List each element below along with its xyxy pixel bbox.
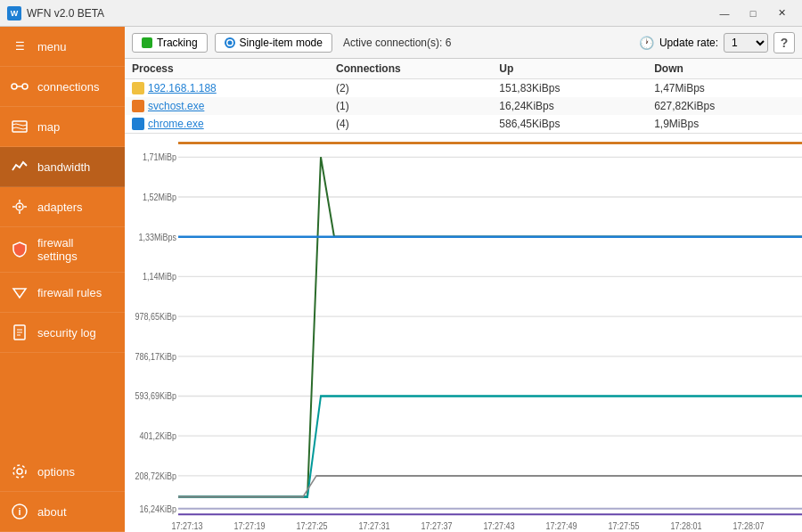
connections-cell: (4) bbox=[329, 115, 492, 133]
process-name-text[interactable]: svchost.exe bbox=[148, 100, 204, 112]
svg-text:17:27:37: 17:27:37 bbox=[421, 520, 453, 532]
security-log-icon bbox=[9, 322, 30, 343]
about-icon: i bbox=[9, 501, 30, 522]
tracking-button[interactable]: Tracking bbox=[132, 33, 208, 53]
sidebar-item-menu[interactable]: ☰ menu bbox=[0, 27, 125, 67]
sidebar-label-about: about bbox=[37, 505, 67, 519]
single-item-radio bbox=[225, 37, 235, 48]
svg-text:17:27:55: 17:27:55 bbox=[609, 520, 640, 532]
process-icon bbox=[132, 100, 144, 112]
process-cell: svchost.exe bbox=[125, 97, 329, 115]
svg-text:17:27:43: 17:27:43 bbox=[484, 520, 515, 532]
svg-marker-10 bbox=[13, 289, 26, 298]
down-cell: 1,47MiBps bbox=[647, 79, 802, 98]
sidebar-item-bandwidth[interactable]: bandwidth bbox=[0, 147, 125, 187]
content-area: Tracking Single-item mode Active connect… bbox=[125, 27, 802, 532]
chart-svg: 1,71MiBp 1,52MiBp 1,33MiBps 1,14MiBp 978… bbox=[125, 134, 802, 532]
sidebar-label-bandwidth: bandwidth bbox=[37, 160, 90, 174]
down-cell: 1,9MiBps bbox=[647, 115, 802, 133]
app-icon: W bbox=[7, 6, 21, 20]
update-rate-label: Update rate: bbox=[659, 37, 718, 49]
up-cell: 586,45KiBps bbox=[492, 115, 647, 133]
connections-icon bbox=[9, 76, 30, 97]
svg-point-15 bbox=[17, 469, 22, 474]
svg-point-0 bbox=[12, 84, 17, 89]
sidebar-label-firewall-settings: firewall settings bbox=[37, 236, 116, 263]
adapters-icon bbox=[9, 196, 30, 217]
svg-text:17:28:01: 17:28:01 bbox=[671, 520, 702, 532]
table-row[interactable]: chrome.exe (4) 586,45KiBps 1,9MiBps bbox=[125, 115, 802, 133]
connections-cell: (2) bbox=[329, 79, 492, 98]
sidebar-label-menu: menu bbox=[37, 40, 67, 53]
update-rate-select[interactable]: 1 2 5 bbox=[724, 33, 768, 53]
firewall-settings-icon bbox=[9, 239, 30, 260]
minimize-button[interactable]: — bbox=[711, 4, 738, 22]
table-row[interactable]: 192.168.1.188 (2) 151,83KiBps 1,47MiBps bbox=[125, 79, 802, 98]
svg-point-16 bbox=[13, 465, 26, 478]
process-cell: 192.168.1.188 bbox=[125, 79, 329, 98]
sidebar-item-security-log[interactable]: security log bbox=[0, 313, 125, 353]
sidebar-item-options[interactable]: options bbox=[0, 452, 125, 492]
help-button[interactable]: ? bbox=[773, 32, 795, 53]
menu-icon: ☰ bbox=[9, 36, 30, 57]
svg-text:1,33MiBps: 1,33MiBps bbox=[139, 230, 176, 242]
col-header-down: Down bbox=[647, 59, 802, 79]
tracking-dot bbox=[142, 37, 152, 48]
svg-text:786,17KiBp: 786,17KiBp bbox=[135, 349, 177, 362]
single-item-button[interactable]: Single-item mode bbox=[215, 33, 332, 53]
firewall-rules-icon bbox=[9, 282, 30, 303]
svg-rect-3 bbox=[12, 121, 27, 132]
svg-text:1,71MiBp: 1,71MiBp bbox=[143, 151, 176, 163]
up-cell: 16,24KiBps bbox=[492, 97, 647, 115]
svg-text:17:27:25: 17:27:25 bbox=[297, 520, 328, 532]
sidebar-spacer bbox=[0, 353, 125, 452]
connections-cell: (1) bbox=[329, 97, 492, 115]
process-name-text[interactable]: 192.168.1.188 bbox=[148, 82, 217, 94]
sidebar-item-firewall-settings[interactable]: firewall settings bbox=[0, 227, 125, 273]
svg-text:978,65KiBp: 978,65KiBp bbox=[135, 310, 177, 323]
bandwidth-icon bbox=[9, 156, 30, 177]
sidebar-item-about[interactable]: i about bbox=[0, 492, 125, 532]
sidebar-label-adapters: adapters bbox=[37, 201, 83, 214]
svg-text:17:27:31: 17:27:31 bbox=[359, 520, 390, 532]
svg-text:1,14MiBp: 1,14MiBp bbox=[143, 270, 176, 282]
sidebar-label-firewall-rules: firewall rules bbox=[37, 286, 102, 299]
sidebar-item-adapters[interactable]: adapters bbox=[0, 187, 125, 227]
sidebar-item-firewall-rules[interactable]: firewall rules bbox=[0, 273, 125, 313]
process-icon bbox=[132, 118, 144, 130]
svg-text:16,24KiBp: 16,24KiBp bbox=[140, 502, 177, 514]
sidebar-label-connections: connections bbox=[37, 80, 99, 94]
single-item-label: Single-item mode bbox=[240, 37, 323, 49]
toolbar: Tracking Single-item mode Active connect… bbox=[125, 27, 802, 59]
process-cell: chrome.exe bbox=[125, 115, 329, 133]
svg-text:i: i bbox=[18, 506, 20, 517]
clock-icon: 🕐 bbox=[639, 36, 654, 50]
map-icon bbox=[9, 116, 30, 137]
close-button[interactable]: ✕ bbox=[768, 4, 795, 22]
titlebar: W WFN v2.0 BETA — □ ✕ bbox=[0, 0, 802, 27]
process-icon bbox=[132, 82, 144, 94]
svg-text:1,52MiBp: 1,52MiBp bbox=[143, 191, 176, 203]
svg-text:17:27:19: 17:27:19 bbox=[234, 520, 266, 532]
main-container: ☰ menu connections map bbox=[0, 27, 802, 532]
tracking-label: Tracking bbox=[157, 37, 198, 49]
maximize-button[interactable]: □ bbox=[740, 4, 766, 22]
col-header-process: Process bbox=[125, 59, 329, 79]
sidebar-item-connections[interactable]: connections bbox=[0, 67, 125, 107]
col-header-up: Up bbox=[492, 59, 647, 79]
svg-text:17:27:13: 17:27:13 bbox=[172, 520, 203, 532]
sidebar-item-map[interactable]: map bbox=[0, 107, 125, 147]
svg-point-5 bbox=[19, 206, 21, 209]
svg-text:593,69KiBp: 593,69KiBp bbox=[135, 389, 177, 402]
bandwidth-chart: 1,71MiBp 1,52MiBp 1,33MiBps 1,14MiBp 978… bbox=[125, 134, 802, 532]
process-name-text[interactable]: chrome.exe bbox=[148, 118, 204, 130]
data-table-container: Process Connections Up Down 192.168.1.18… bbox=[125, 59, 802, 134]
table-row[interactable]: svchost.exe (1) 16,24KiBps 627,82KiBps bbox=[125, 97, 802, 115]
sidebar-label-map: map bbox=[37, 120, 60, 134]
sidebar-label-security-log: security log bbox=[37, 326, 96, 340]
svg-text:401,2KiBp: 401,2KiBp bbox=[140, 430, 177, 442]
svg-text:17:28:07: 17:28:07 bbox=[733, 520, 765, 532]
process-table: Process Connections Up Down 192.168.1.18… bbox=[125, 59, 802, 133]
up-cell: 151,83KiBps bbox=[492, 79, 647, 98]
active-connections-label: Active connection(s): 6 bbox=[343, 37, 451, 49]
